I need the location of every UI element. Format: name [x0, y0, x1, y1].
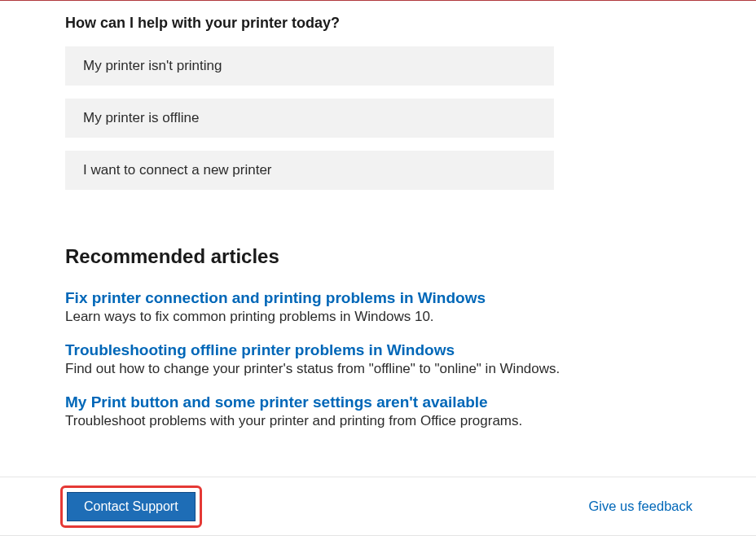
- article-item: Fix printer connection and printing prob…: [65, 289, 691, 325]
- article-link-fix-connection[interactable]: Fix printer connection and printing prob…: [65, 289, 486, 307]
- option-printer-offline[interactable]: My printer is offline: [65, 99, 554, 138]
- main-content: How can I help with your printer today? …: [0, 0, 756, 429]
- give-feedback-link[interactable]: Give us feedback: [589, 499, 693, 514]
- article-item: My Print button and some printer setting…: [65, 393, 691, 429]
- article-link-offline-troubleshoot[interactable]: Troubleshooting offline printer problems…: [65, 341, 455, 359]
- contact-support-highlight: Contact Support: [60, 485, 202, 528]
- top-border: [0, 0, 756, 1]
- option-connect-new-printer[interactable]: I want to connect a new printer: [65, 151, 554, 190]
- recommended-articles-section: Recommended articles Fix printer connect…: [65, 245, 691, 429]
- article-item: Troubleshooting offline printer problems…: [65, 341, 691, 377]
- question-heading: How can I help with your printer today?: [65, 15, 691, 32]
- article-desc: Learn ways to fix common printing proble…: [65, 309, 691, 325]
- contact-support-button[interactable]: Contact Support: [67, 492, 196, 521]
- option-printer-not-printing[interactable]: My printer isn't printing: [65, 46, 554, 86]
- recommended-heading: Recommended articles: [65, 245, 691, 268]
- article-desc: Troubleshoot problems with your printer …: [65, 413, 691, 429]
- article-desc: Find out how to change your printer's st…: [65, 361, 691, 377]
- article-link-print-button[interactable]: My Print button and some printer setting…: [65, 393, 488, 411]
- footer-bar: Contact Support Give us feedback: [0, 477, 756, 536]
